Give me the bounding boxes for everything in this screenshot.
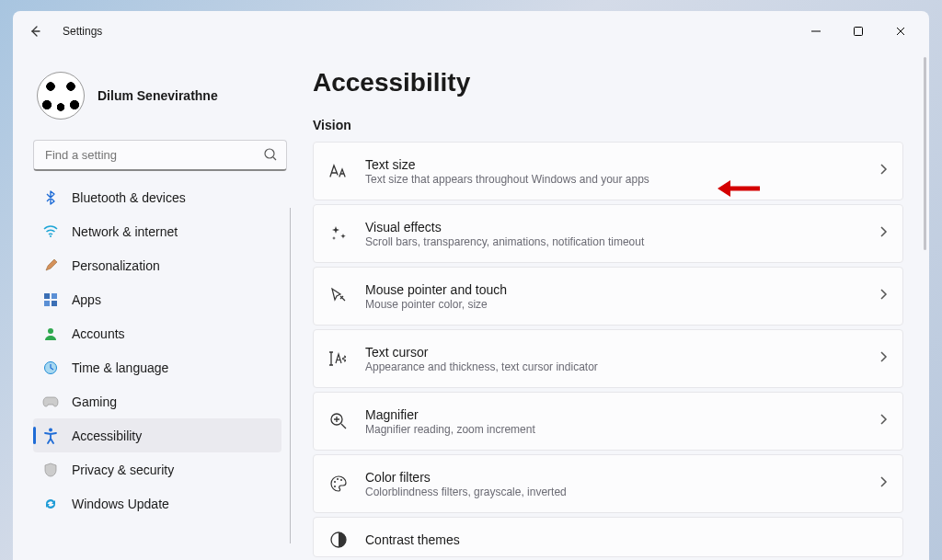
nav: Bluetooth & devices Network & internet P… [33,180,293,560]
text-size-icon [327,159,350,183]
card-sub: Magnifier reading, zoom increment [365,423,879,436]
search-input[interactable] [33,140,287,171]
card-title: Text cursor [365,345,879,360]
sidebar-item-label: Windows Update [72,497,169,511]
svg-rect-6 [52,301,57,306]
sidebar-item-label: Apps [72,292,101,307]
sidebar-item-accounts[interactable]: Accounts [33,316,281,350]
chevron-right-icon [879,225,888,242]
profile-name: Dilum Senevirathne [98,88,218,103]
card-title: Magnifier [365,407,879,422]
titlebar: Settings [13,11,929,51]
card-sub: Appearance and thickness, text cursor in… [365,360,879,373]
svg-point-12 [337,478,339,480]
chevron-right-icon [879,413,888,429]
section-label: Vision [313,118,920,132]
sidebar-item-time[interactable]: Time & language [33,350,281,384]
svg-point-9 [49,428,52,431]
gamepad-icon [42,394,59,410]
chevron-right-icon [879,288,888,304]
text-cursor-icon [327,347,350,371]
profile[interactable]: Dilum Senevirathne [33,51,293,136]
sidebar-item-label: Accessibility [72,429,142,443]
card-contrast-themes[interactable]: Contrast themes [313,517,903,557]
bluetooth-icon [42,189,59,206]
svg-point-7 [48,328,53,334]
shield-icon [42,462,59,478]
magnifier-icon [327,409,350,433]
chevron-right-icon [879,163,888,179]
svg-rect-4 [52,293,57,299]
window-body: Dilum Senevirathne Bluetooth & devices N [13,51,929,560]
sidebar-item-update[interactable]: Windows Update [33,486,281,520]
sidebar-item-label: Personalization [72,258,160,273]
wifi-icon [42,223,59,240]
chevron-right-icon [879,350,888,367]
sidebar-item-accessibility[interactable]: Accessibility [33,418,281,452]
settings-window: Settings Dilum Senevirathne [13,11,929,560]
sparkle-icon [327,222,350,246]
card-title: Contrast themes [365,532,888,547]
card-text-cursor[interactable]: Text cursor Appearance and thickness, te… [313,329,903,388]
scrollbar[interactable] [924,57,926,250]
sidebar-item-label: Accounts [72,326,125,341]
svg-rect-5 [44,301,50,306]
card-text-size[interactable]: Text size Text size that appears through… [313,142,903,200]
sidebar-item-apps[interactable]: Apps [33,282,281,316]
paintbrush-icon [42,257,59,274]
annotation-arrow [716,177,762,203]
card-title: Color filters [365,470,879,485]
search-icon [263,147,278,166]
palette-icon [327,472,350,496]
sidebar-item-bluetooth[interactable]: Bluetooth & devices [33,180,281,214]
card-sub: Colorblindness filters, grayscale, inver… [365,486,879,498]
accessibility-icon [42,428,59,444]
close-button[interactable] [879,17,922,46]
window-controls [795,17,922,46]
globe-clock-icon [42,360,59,376]
svg-rect-3 [44,293,50,299]
person-icon [42,326,59,342]
svg-point-11 [334,481,336,483]
apps-icon [42,291,59,308]
sidebar-item-label: Privacy & security [72,463,174,477]
arrow-left-icon [28,24,42,39]
sidebar-item-label: Time & language [72,360,168,375]
window-title: Settings [63,25,102,38]
card-title: Mouse pointer and touch [365,282,879,297]
chevron-right-icon [879,475,888,492]
card-sub: Scroll bars, transparency, animations, n… [365,235,879,248]
sidebar: Dilum Senevirathne Bluetooth & devices N [33,51,293,560]
card-list: Text size Text size that appears through… [313,142,920,557]
svg-point-14 [334,486,336,487]
sidebar-item-gaming[interactable]: Gaming [33,384,281,418]
card-sub: Mouse pointer color, size [365,298,879,311]
maximize-button[interactable] [837,17,879,46]
update-icon [42,496,59,512]
sidebar-item-label: Gaming [72,394,117,409]
svg-point-1 [265,149,274,158]
svg-point-13 [340,479,342,481]
page-title: Accessibility [313,68,920,97]
card-mouse-pointer[interactable]: Mouse pointer and touch Mouse pointer co… [313,267,903,326]
card-sub: Text size that appears throughout Window… [365,173,879,186]
back-button[interactable] [20,17,50,46]
sidebar-item-privacy[interactable]: Privacy & security [33,452,281,486]
avatar [37,72,85,120]
sidebar-item-network[interactable]: Network & internet [33,214,281,248]
minimize-button[interactable] [795,17,837,46]
card-magnifier[interactable]: Magnifier Magnifier reading, zoom increm… [313,392,903,451]
card-title: Visual effects [365,220,879,234]
card-color-filters[interactable]: Color filters Colorblindness filters, gr… [313,454,903,513]
main-content: Accessibility Vision Text size Text size… [293,51,929,560]
cursor-icon [327,284,350,308]
card-title: Text size [365,157,879,172]
sidebar-item-label: Bluetooth & devices [72,190,186,205]
card-visual-effects[interactable]: Visual effects Scroll bars, transparency… [313,204,903,263]
svg-rect-0 [855,28,863,36]
contrast-icon [327,528,350,552]
svg-point-2 [50,235,52,237]
search-wrap [33,140,287,171]
sidebar-item-personalization[interactable]: Personalization [33,248,281,282]
sidebar-item-label: Network & internet [72,224,178,239]
